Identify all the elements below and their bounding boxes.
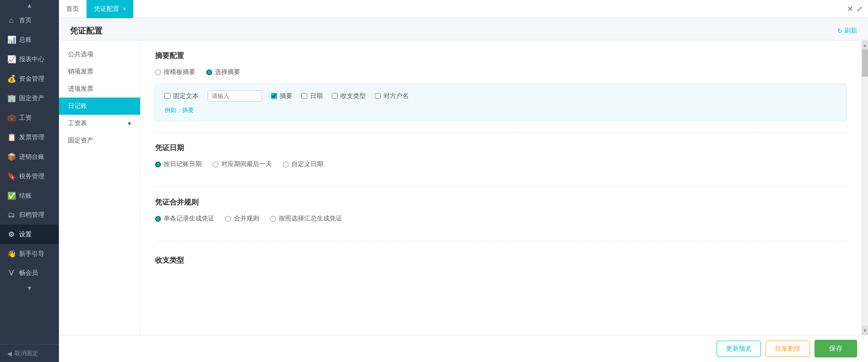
scrollbar-up-button[interactable]: ▲ bbox=[862, 40, 868, 49]
sidebar-item-sales[interactable]: 📦 进销台账 bbox=[0, 147, 59, 166]
refresh-icon: ↻ bbox=[837, 27, 843, 34]
sidebar-item-tax[interactable]: 🔖 税务管理 bbox=[0, 166, 59, 186]
tab-bar-actions: ✕ ⤢ bbox=[847, 5, 868, 13]
sidebar: ▲ ⌂ 首页 📊 总账 📈 报表中心 💰 资金管理 🏢 固定资产 💼 工资 📋 … bbox=[0, 0, 59, 362]
income-type-checkbox[interactable] bbox=[332, 93, 338, 99]
refresh-button[interactable]: ↻ 刷新 bbox=[837, 27, 857, 35]
archive-icon: 🗂 bbox=[7, 211, 15, 219]
nav-item-fixed-assets[interactable]: 固定资产 bbox=[59, 132, 140, 149]
checkbox-date[interactable]: 日期 bbox=[301, 92, 323, 100]
right-scrollbar: ▲ ▼ bbox=[862, 40, 868, 335]
sidebar-item-invoice[interactable]: 📋 发票管理 bbox=[0, 127, 59, 147]
guide-icon: 👋 bbox=[7, 249, 15, 258]
nav-item-purchase-invoice[interactable]: 进项发票 bbox=[59, 80, 140, 98]
sidebar-scroll-down[interactable]: ▼ bbox=[0, 283, 59, 294]
scrollbar-thumb[interactable] bbox=[862, 49, 868, 77]
sales-icon: 📦 bbox=[7, 152, 15, 161]
salary-icon: 💼 bbox=[7, 113, 15, 122]
report-icon: 📈 bbox=[7, 55, 15, 64]
update-preview-button[interactable]: 更新预览 bbox=[717, 341, 761, 357]
window-close-icon[interactable]: ✕ bbox=[847, 5, 853, 13]
window-resize-icon[interactable]: ⤢ bbox=[857, 5, 863, 13]
checkbox-counterpart[interactable]: 对方户名 bbox=[375, 92, 409, 100]
radio-journal-date[interactable]: 按日记账日期 bbox=[155, 160, 202, 168]
radio-merge-rule[interactable]: 合并规则 bbox=[225, 215, 259, 223]
sidebar-item-asset[interactable]: 🏢 固定资产 bbox=[0, 88, 59, 108]
nav-item-public[interactable]: 公共选项 bbox=[59, 46, 140, 63]
date-section: 凭证日期 按日记账日期 对应期间最后一天 自定义日期 bbox=[155, 143, 847, 187]
chevron-down-icon: ▾ bbox=[128, 120, 131, 127]
sidebar-item-settings[interactable]: ⚙ 设置 bbox=[0, 225, 59, 244]
merge-section-title: 凭证合并规则 bbox=[155, 198, 847, 207]
checkbox-income-type[interactable]: 收支类型 bbox=[332, 92, 366, 100]
scrollbar-down-button[interactable]: ▼ bbox=[862, 326, 868, 335]
invoice-icon: 📋 bbox=[7, 133, 15, 142]
sidebar-scroll-up[interactable]: ▲ bbox=[0, 0, 59, 11]
settings-icon: ⚙ bbox=[7, 230, 15, 239]
radio-last-day-input[interactable] bbox=[213, 161, 218, 167]
summary-radio-group: 按模板摘要 选择摘要 bbox=[155, 68, 847, 76]
radio-aggregate-input[interactable] bbox=[270, 216, 276, 222]
radio-last-day[interactable]: 对应期间最后一天 bbox=[213, 160, 272, 168]
tab-bar: 首页 凭证配置 × ✕ ⤢ bbox=[59, 0, 868, 18]
summary-section-title: 摘要配置 bbox=[155, 51, 847, 61]
main-area: 首页 凭证配置 × ✕ ⤢ 凭证配置 ↻ 刷新 公共选项 销项发票 进项 bbox=[59, 0, 868, 362]
tab-home[interactable]: 首页 bbox=[59, 0, 87, 18]
sidebar-item-home[interactable]: ⌂ 首页 bbox=[0, 11, 59, 30]
radio-template-summary[interactable]: 按模板摘要 bbox=[155, 68, 195, 76]
summary-checkbox-options: 固定文本 摘要 日期 收支类型 bbox=[155, 83, 847, 121]
checkbox-summary[interactable]: 摘要 bbox=[271, 92, 292, 100]
scrollbar-track bbox=[862, 49, 868, 326]
nav-item-payroll[interactable]: 工资表 ▾ bbox=[59, 115, 140, 132]
fixed-text-checkbox[interactable] bbox=[165, 93, 170, 99]
fixed-text-input[interactable] bbox=[208, 90, 262, 102]
settle-icon: ✅ bbox=[7, 191, 15, 200]
bottom-bar: 更新预览 批量删除 保存 bbox=[59, 335, 868, 362]
tax-icon: 🔖 bbox=[7, 172, 15, 181]
sidebar-item-fund[interactable]: 💰 资金管理 bbox=[0, 69, 59, 88]
main-content: 摘要配置 按模板摘要 选择摘要 固定文本 bbox=[141, 40, 862, 335]
merge-section: 凭证合并规则 单条记录生成凭证 合并规则 按照选择汇总生成凭证 bbox=[155, 198, 847, 241]
sidebar-item-report[interactable]: 📈 报表中心 bbox=[0, 49, 59, 69]
nav-item-sales-invoice[interactable]: 销项发票 bbox=[59, 63, 140, 80]
sidebar-item-guide[interactable]: 👋 新手引导 bbox=[0, 244, 59, 264]
sidebar-item-salary[interactable]: 💼 工资 bbox=[0, 108, 59, 127]
sidebar-item-settle[interactable]: ✅ 结账 bbox=[0, 186, 59, 205]
nav-item-journal[interactable]: 日记账 bbox=[59, 98, 140, 115]
radio-single[interactable]: 单条记录生成凭证 bbox=[155, 215, 214, 223]
pin-icon: ◀ bbox=[7, 350, 12, 357]
ledger-icon: 📊 bbox=[7, 35, 15, 44]
vip-icon: V bbox=[7, 269, 15, 277]
home-icon: ⌂ bbox=[7, 16, 15, 24]
counterpart-checkbox[interactable] bbox=[375, 93, 381, 99]
radio-custom-date[interactable]: 自定义日期 bbox=[283, 160, 323, 168]
sidebar-item-archive[interactable]: 🗂 归档管理 bbox=[0, 205, 59, 225]
page-title: 凭证配置 bbox=[70, 25, 102, 36]
sidebar-item-ledger[interactable]: 📊 总账 bbox=[0, 30, 59, 49]
sidebar-unpin-button[interactable]: ◀ 取消固定 bbox=[0, 344, 59, 362]
radio-template-summary-input[interactable] bbox=[155, 69, 161, 75]
date-radio-group: 按日记账日期 对应期间最后一天 自定义日期 bbox=[155, 160, 847, 168]
radio-aggregate[interactable]: 按照选择汇总生成凭证 bbox=[270, 215, 342, 223]
date-checkbox[interactable] bbox=[301, 93, 307, 99]
radio-merge-rule-input[interactable] bbox=[225, 216, 231, 222]
fund-icon: 💰 bbox=[7, 74, 15, 83]
batch-delete-button[interactable]: 批量删除 bbox=[766, 341, 810, 357]
summary-checkbox[interactable] bbox=[271, 93, 277, 99]
save-button[interactable]: 保存 bbox=[815, 340, 857, 357]
summary-section: 摘要配置 按模板摘要 选择摘要 固定文本 bbox=[155, 51, 847, 132]
radio-single-input[interactable] bbox=[155, 216, 161, 222]
merge-radio-group: 单条记录生成凭证 合并规则 按照选择汇总生成凭证 bbox=[155, 215, 847, 223]
income-type-section-title: 收支类型 bbox=[155, 256, 847, 265]
radio-journal-date-input[interactable] bbox=[155, 161, 161, 167]
sidebar-item-vip[interactable]: V 畅会员 bbox=[0, 264, 59, 283]
radio-select-summary[interactable]: 选择摘要 bbox=[206, 68, 240, 76]
radio-custom-date-input[interactable] bbox=[283, 161, 289, 167]
checkbox-fixed-text[interactable]: 固定文本 bbox=[165, 92, 199, 100]
radio-select-summary-input[interactable] bbox=[206, 69, 212, 75]
left-nav: 公共选项 销项发票 进项发票 日记账 工资表 ▾ 固定资产 bbox=[59, 40, 141, 335]
summary-checkbox-row: 固定文本 摘要 日期 收支类型 bbox=[165, 90, 838, 102]
tab-close-icon[interactable]: × bbox=[123, 6, 126, 12]
income-type-section: 收支类型 bbox=[155, 252, 847, 265]
tab-voucher-config[interactable]: 凭证配置 × bbox=[87, 0, 134, 18]
